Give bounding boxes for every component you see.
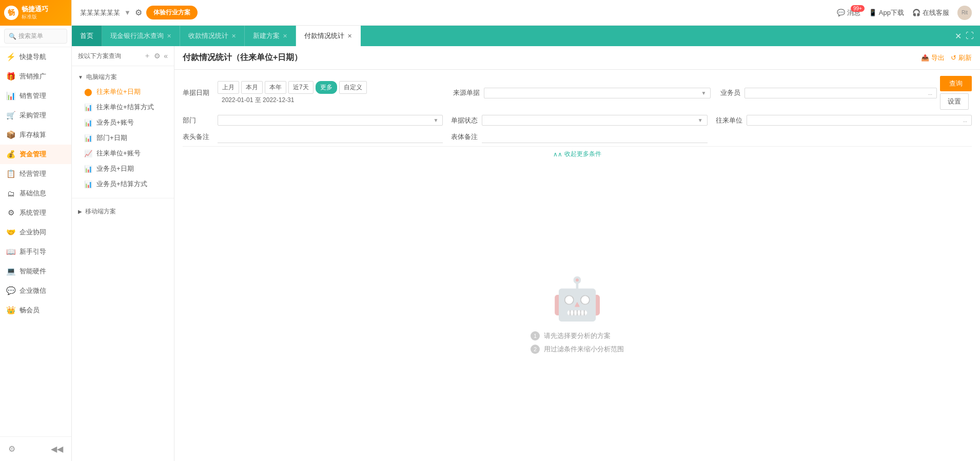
sidebar-item-label: 库存核算 [19, 130, 46, 139]
footer-collapse-icon[interactable]: ◀◀ [48, 442, 66, 456]
user-name-label: Rit [962, 10, 968, 15]
collapse-filter-label: 收起更多条件 [564, 150, 601, 158]
close-all-tabs-icon[interactable]: ✕ [955, 31, 962, 41]
header-note-input[interactable] [218, 131, 443, 143]
sidebar-item-quicknav[interactable]: ⚡ 快捷导航 [0, 47, 71, 67]
staff-select[interactable]: ... [744, 88, 937, 98]
query-button[interactable]: 查询 [940, 76, 972, 91]
sidebar-footer: ⚙ ◀◀ [0, 436, 71, 461]
date-this-year-btn[interactable]: 本年 [265, 81, 286, 94]
sidebar-item-label: 采购管理 [19, 111, 46, 120]
hint-text-2: 用过滤条件来缩小分析范围 [544, 345, 624, 354]
date-last-7days-btn[interactable]: 近7天 [288, 81, 313, 94]
export-icon: 📤 [921, 54, 929, 62]
left-panel-header: 按以下方案查询 ＋ ⚙ « [72, 46, 174, 66]
service-icon: 🎧 [912, 9, 920, 16]
mobile-section-toggle[interactable]: ▶ 移动端方案 [72, 205, 174, 218]
tab-receipt-stats-close-icon[interactable]: ✕ [231, 33, 236, 39]
settings-plan-icon[interactable]: ⚙ [154, 52, 161, 60]
doc-status-dropdown-icon: ▼ [698, 117, 703, 123]
try-industry-button[interactable]: 体验行业方案 [146, 6, 198, 19]
sidebar-item-inventory[interactable]: 📦 库存核算 [0, 125, 71, 145]
plan-dept-date[interactable]: 📊 部门+日期 [72, 130, 174, 146]
search-menu-button[interactable]: 🔍 搜索菜单 [4, 29, 67, 44]
date-last-month-btn[interactable]: 上月 [218, 81, 239, 94]
tab-payment-stats-close-icon[interactable]: ✕ [347, 33, 352, 39]
sidebar-item-purchase[interactable]: 🛒 采购管理 [0, 106, 71, 125]
sidebar-item-label: 基础信息 [19, 189, 46, 198]
mobile-section-label: 移动端方案 [85, 207, 116, 216]
collapse-filter-button[interactable]: ∧∧ 收起更多条件 [183, 146, 972, 162]
online-service-label: 在线客服 [923, 8, 949, 17]
desktop-section-label: 电脑端方案 [86, 73, 117, 82]
sidebar-item-marketing[interactable]: 🎁 营销推广 [0, 67, 71, 86]
plan-dept-date-label: 部门+日期 [96, 133, 127, 143]
wechat-icon: 💬 [6, 286, 15, 295]
refresh-label: 刷新 [958, 53, 972, 63]
plan-staff-date[interactable]: 📊 业务员+日期 [72, 161, 174, 176]
message-icon: 💬 [837, 9, 845, 16]
online-service-action[interactable]: 🎧 在线客服 [912, 8, 949, 17]
date-range-display: 2022-01-01 至 2022-12-31 [222, 96, 294, 105]
app-download-action[interactable]: 📱 App下载 [869, 8, 904, 17]
tab-cash-flow-close-icon[interactable]: ✕ [167, 33, 171, 39]
sidebar-item-enterprise[interactable]: 🤝 企业协同 [0, 223, 71, 242]
sidebar-item-basic[interactable]: 🗂 基础信息 [0, 184, 71, 203]
refresh-button[interactable]: ↺ 刷新 [951, 53, 972, 63]
tab-receipt-stats[interactable]: 收款情况统计 ✕ [180, 26, 245, 46]
date-field-label: 单据日期 [183, 88, 213, 97]
user-avatar[interactable]: Rit [957, 6, 972, 20]
body-note-input[interactable] [482, 131, 707, 143]
date-custom-btn[interactable]: 自定义 [339, 81, 367, 94]
plan-unit-account[interactable]: 📈 往来单位+账号 [72, 146, 174, 161]
plan-unit-date-icon: ⬤ [84, 88, 92, 96]
staff-dropdown-icon: ... [928, 90, 932, 96]
sidebar-item-label: 营销推广 [19, 72, 46, 81]
page-title: 付款情况统计（往来单位+日期） [183, 52, 302, 63]
tab-new-plan[interactable]: 新建方案 ✕ [245, 26, 296, 46]
doc-status-select[interactable]: ▼ [482, 115, 707, 126]
tab-cash-flow[interactable]: 现金银行流水查询 ✕ [102, 26, 180, 46]
staff-field-label: 业务员 [715, 88, 740, 97]
header-gear-icon[interactable]: ⚙ [135, 8, 142, 17]
settings-button[interactable]: 设置 [940, 93, 969, 110]
sidebar-item-wechat[interactable]: 💬 企业微信 [0, 281, 71, 300]
sidebar-item-label: 资金管理 [19, 150, 46, 159]
sidebar-item-sales[interactable]: 📊 销售管理 [0, 86, 71, 106]
plan-unit-account-icon: 📈 [84, 150, 92, 157]
sidebar-item-guide[interactable]: 📖 新手引导 [0, 242, 71, 262]
plan-unit-settle[interactable]: 📊 往来单位+结算方式 [72, 99, 174, 115]
refresh-icon: ↺ [951, 54, 956, 62]
message-action[interactable]: 💬 消息 99+ [837, 8, 860, 17]
tab-payment-stats[interactable]: 付款情况统计 ✕ [296, 26, 361, 46]
sidebar-item-member[interactable]: 👑 畅会员 [0, 300, 71, 320]
date-more-btn[interactable]: 更多 [316, 81, 337, 94]
top-header: 某某某某某某 ▼ ⚙ 体验行业方案 💬 消息 99+ 📱 App下载 🎧 在线客… [72, 0, 980, 26]
source-select[interactable]: ▼ [484, 88, 711, 98]
company-dropdown-icon[interactable]: ▼ [124, 9, 131, 16]
plan-staff-account-label: 业务员+账号 [96, 118, 134, 127]
tab-new-plan-close-icon[interactable]: ✕ [283, 33, 287, 39]
tab-home[interactable]: 首页 [72, 26, 102, 46]
plan-staff-account[interactable]: 📊 业务员+账号 [72, 115, 174, 130]
sidebar-item-capital[interactable]: 💰 资金管理 [0, 145, 71, 164]
sidebar-item-label: 系统管理 [19, 208, 46, 217]
partner-select[interactable]: ... [747, 115, 972, 126]
sidebar-item-hardware[interactable]: 💻 智能硬件 [0, 262, 71, 281]
desktop-section-toggle[interactable]: ▼ 电脑端方案 [72, 70, 174, 84]
sidebar-item-system[interactable]: ⚙ 系统管理 [0, 203, 71, 223]
export-button[interactable]: 📤 导出 [921, 53, 945, 63]
add-plan-icon[interactable]: ＋ [144, 51, 151, 61]
date-this-month-btn[interactable]: 本月 [241, 81, 263, 94]
dept-select[interactable]: ▼ [218, 115, 443, 126]
chevron-up-icon: ∧∧ [553, 151, 562, 158]
maximize-icon[interactable]: ⛶ [966, 31, 974, 41]
sidebar-item-operation[interactable]: 📋 经营管理 [0, 164, 71, 184]
sidebar-item-label: 快捷导航 [19, 52, 46, 62]
plan-dept-date-icon: 📊 [84, 134, 92, 142]
inventory-icon: 📦 [6, 130, 15, 139]
plan-staff-settle[interactable]: 📊 业务员+结算方式 [72, 176, 174, 192]
footer-settings-icon[interactable]: ⚙ [5, 442, 18, 456]
collapse-panel-icon[interactable]: « [164, 52, 168, 60]
plan-unit-date[interactable]: ⬤ 往来单位+日期 [72, 84, 174, 99]
